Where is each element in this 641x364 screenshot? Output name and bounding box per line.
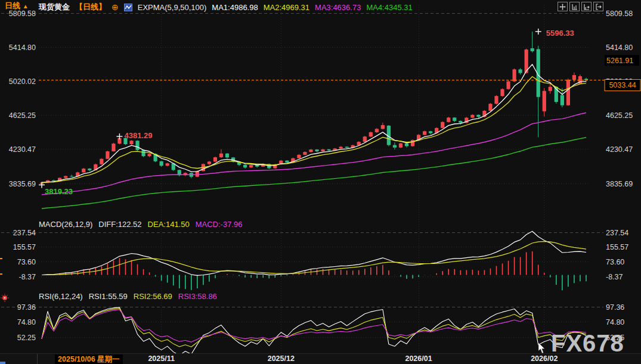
y-axis-label-left: 3835.69 [9,180,36,188]
y-axis-label-right: 5414.80 [606,43,633,52]
candles [40,32,588,185]
date-highlight-label: 2025/10/06 星期一 [55,354,123,364]
y-axis-label-right: 4230.47 [606,145,633,154]
watermark: FX678 [551,330,624,357]
y-axis-label-right: -8.37 [606,273,623,281]
macd-header: MACD(26,12,9) DIFF:122.52 DEA:141.50 MAC… [39,220,242,229]
x-scale-icon[interactable] [581,2,592,11]
y-axis-label-left: 74.80 [17,318,36,326]
y-axis-label-right: 4625.25 [606,111,633,120]
y-axis-label-right: 73.60 [606,258,624,266]
macd-dea-value: DEA:141.50 [148,220,190,229]
ma4-value: MA4:4345.31 [366,3,412,12]
rsi3-line [42,310,586,342]
mouse-cursor [538,343,547,357]
macd-bar-value: MACD:-37.96 [196,220,243,229]
ma2-value: MA2:4969.31 [264,3,309,12]
link-icon[interactable]: ⊕ [112,2,119,12]
rsi-indicator-name[interactable]: RSI(6,12,24) [39,292,83,301]
price-annotation: 4381.29 [124,131,152,140]
rsi3-value: RSI3:58.86 [178,292,217,301]
right-price-mark-label: 5261.91 [606,57,633,65]
y-axis-label-right: 237.54 [606,229,628,237]
y-axis-label-left: 4625.25 [9,111,36,120]
edge-tick [0,273,2,275]
candlestick-chart[interactable]: 5809.585809.585414.805414.805020.025020.… [0,0,641,364]
ma1-value: MA1:4986.98 [212,3,258,12]
rsi2-value: RSI2:56.69 [134,292,172,301]
y-axis-label-left: 4230.47 [9,145,36,154]
rsi1-value: RSI1:55.59 [89,292,128,301]
pan-icon[interactable] [558,2,568,11]
y-axis-label-left: -8.37 [19,273,36,281]
y-axis-label-left: 73.60 [17,258,36,266]
divider [37,354,38,364]
symbol-name[interactable]: 现货黄金 [39,2,70,13]
y-axis-label-right: 3835.69 [606,180,633,188]
triangle-up-icon: ▲ [23,3,29,10]
price-annotation: 3819.23 [45,187,73,196]
y-axis-label-left: 97.36 [17,303,36,312]
y-axis-label-left: 237.54 [13,229,36,237]
y-axis-label-right: 97.36 [606,303,624,312]
period-tag[interactable]: 【日线】 [75,2,106,13]
toolbar [558,2,603,11]
time-axis-label: 2025/11 [148,354,175,363]
chart-window: 5809.585809.585414.805414.805020.025020.… [0,0,641,364]
alert-icon [1,294,9,302]
macd-histogram [42,251,586,290]
edge-tick [0,258,2,259]
rsi-header: RSI(6,12,24) RSI1:55.59 RSI2:56.69 RSI3:… [39,292,217,301]
macd-dea-line [42,241,586,275]
exit-icon[interactable] [593,2,603,11]
macd-diff-value: DIFF:122.52 [98,220,141,229]
period-selector-label[interactable]: 日线 [5,1,20,10]
period-selector[interactable]: 日线 ▲ [5,1,29,11]
ma3-value: MA3:4636.73 [315,3,361,12]
chart-header: 现货黄金 【日线】 ⊕ EXPMA(5,9,50,100) MA1:4986.9… [39,2,413,13]
y-axis-label-left: 5414.80 [9,43,36,52]
y-axis-label-left: 155.57 [13,243,36,251]
y-axis-label-left: 52.25 [17,334,36,342]
scroll-corner[interactable] [0,362,5,364]
macd-indicator-name[interactable]: MACD(26,12,9) [39,220,92,229]
y-scale-icon[interactable] [569,2,580,11]
time-axis-label: 2026/01 [405,354,432,363]
y-axis-label-right: 155.57 [606,243,628,251]
y-axis-label-right: 74.80 [606,318,624,326]
time-axis-label: 2025/12 [268,354,295,363]
expma5-line [42,64,586,183]
y-axis-label-left: 5020.02 [9,77,36,86]
price-annotation: 5596.33 [546,29,574,38]
macd-diff-line [42,231,586,275]
y-axis-label-right: 5809.58 [606,10,633,18]
indicator-name[interactable]: EXPMA(5,9,50,100) [138,3,207,12]
current-price-label: 5033.44 [609,81,636,89]
chart-type-icon[interactable] [124,4,132,11]
